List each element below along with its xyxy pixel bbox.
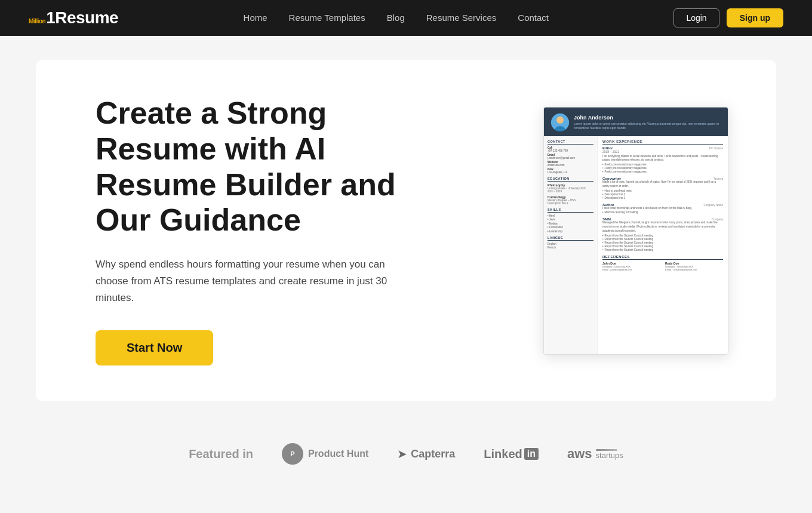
svg-point-1 bbox=[556, 116, 564, 124]
ref-item-1: John Doe Graduate - University XXX Email… bbox=[602, 262, 660, 271]
skills-section-title: SKILLS bbox=[548, 208, 593, 213]
work-entry-author: Author Company Name I took three interns… bbox=[602, 203, 723, 214]
signup-button[interactable]: Sign up bbox=[727, 8, 783, 27]
hero-content: Create a Strong Resume with AI Resume Bu… bbox=[96, 96, 442, 365]
work-entry-editor: Editor DC Options 2018 – 2021 I do every… bbox=[602, 146, 723, 174]
start-now-button[interactable]: Start Now bbox=[96, 330, 213, 365]
skill-leadership: • Leadership bbox=[548, 230, 593, 233]
avatar bbox=[551, 113, 569, 131]
nav-actions: Login Sign up bbox=[673, 8, 783, 27]
producthunt-icon: P bbox=[282, 443, 303, 465]
resume-tagline: Lorem ipsum dolor sit amet, consectetur … bbox=[574, 122, 721, 130]
logo[interactable]: Million1Resume bbox=[29, 8, 118, 27]
linkedin-logo: Linkedin bbox=[484, 447, 539, 461]
nav-blog[interactable]: Blog bbox=[387, 13, 405, 23]
aws-startups-text: startups bbox=[596, 451, 623, 459]
navbar: Million1Resume Home Resume Templates Blo… bbox=[0, 0, 812, 36]
login-button[interactable]: Login bbox=[673, 8, 719, 27]
resume-name-block: John Anderson Lorem ipsum dolor sit amet… bbox=[574, 115, 721, 130]
contact-website: Websiteanderson.com bbox=[548, 161, 593, 167]
svg-text:P: P bbox=[290, 450, 294, 457]
linkedin-in: in bbox=[524, 448, 539, 460]
edu-item-1: Philosophy Undergraduate - University XX… bbox=[548, 183, 593, 193]
nav-home[interactable]: Home bbox=[244, 13, 267, 23]
education-section-title: EDUCATION bbox=[548, 177, 593, 182]
capterra-icon: ➤ bbox=[397, 447, 407, 461]
capterra-logo: ➤ Capterra bbox=[397, 447, 455, 461]
resume-body: CONTACT Call+54 123 456 789 Emailj.ander… bbox=[544, 136, 728, 354]
resume-header: John Anderson Lorem ipsum dolor sit amet… bbox=[544, 107, 728, 136]
nav-templates[interactable]: Resume Templates bbox=[289, 13, 365, 23]
lang-french: French bbox=[548, 246, 593, 249]
references-title: REFERENCES bbox=[602, 255, 723, 260]
hero-title: Create a Strong Resume with AI Resume Bu… bbox=[96, 96, 442, 238]
skill-cohortation: • Cohortation bbox=[548, 226, 593, 229]
aws-text: aws bbox=[567, 446, 592, 462]
hero-wrapper: Create a Strong Resume with AI Resume Bu… bbox=[0, 36, 812, 425]
references-row: John Doe Graduate - University XXX Email… bbox=[602, 262, 723, 271]
producthunt-text: Product Hunt bbox=[308, 449, 368, 459]
resume-left-column: CONTACT Call+54 123 456 789 Emailj.ander… bbox=[544, 136, 598, 354]
ref-item-2: Rudy Doe Graduate - University XXX Email… bbox=[665, 262, 723, 271]
producthunt-logo: P Product Hunt bbox=[282, 443, 368, 465]
resume-name: John Anderson bbox=[574, 115, 721, 121]
edu-item-2: Culturology Master's Degree – HSS Descri… bbox=[548, 195, 593, 205]
work-entry-copywriter: Copywriter Texterra Made a lot of texts,… bbox=[602, 177, 723, 199]
resume-preview: John Anderson Lorem ipsum dolor sit amet… bbox=[543, 107, 728, 355]
contact-location: NowLos Angeles, CA bbox=[548, 168, 593, 174]
hero-subtitle: Why spend endless hours formatting your … bbox=[96, 256, 394, 306]
nav-services[interactable]: Resume Services bbox=[426, 13, 497, 23]
language-section-title: LANGUE bbox=[548, 236, 593, 241]
logo-million: Million bbox=[29, 18, 45, 24]
aws-logo: aws startups bbox=[567, 446, 623, 462]
logo-text: Resume bbox=[55, 8, 118, 27]
contact-section-title: CONTACT bbox=[548, 140, 593, 145]
linkedin-text: Linked bbox=[484, 447, 522, 461]
contact-call: Call+54 123 456 789 bbox=[548, 146, 593, 152]
lang-english: English bbox=[548, 242, 593, 245]
work-entry-smm: SMM Company Managed the Telegram channel… bbox=[602, 217, 723, 251]
skill-java: • Java bbox=[548, 218, 593, 221]
work-experience-title: WORK EXPERIENCE bbox=[602, 140, 723, 145]
nav-contact[interactable]: Contact bbox=[518, 13, 549, 23]
featured-label: Featured in bbox=[189, 447, 253, 461]
skill-nodejs: • Nodejs bbox=[548, 222, 593, 225]
resume-right-column: WORK EXPERIENCE Editor DC Options 2018 –… bbox=[598, 136, 728, 354]
contact-email: Emailj.anderson@gmail.com bbox=[548, 153, 593, 159]
nav-links: Home Resume Templates Blog Resume Servic… bbox=[244, 13, 549, 23]
skill-html: • Html bbox=[548, 214, 593, 217]
hero-card: Create a Strong Resume with AI Resume Bu… bbox=[36, 60, 776, 401]
capterra-text: Capterra bbox=[411, 448, 455, 460]
featured-section: Featured in P Product Hunt ➤ Capterra Li… bbox=[0, 425, 812, 489]
